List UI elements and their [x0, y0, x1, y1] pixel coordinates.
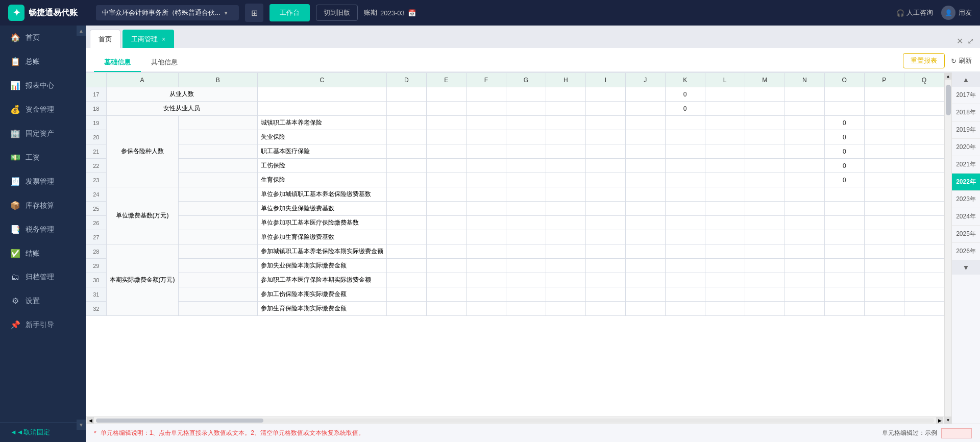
- row19-col-q[interactable]: [904, 116, 944, 130]
- scroll-up-button[interactable]: ▲: [945, 72, 951, 80]
- close-window-icon[interactable]: ✕: [957, 36, 963, 46]
- row32-col-b[interactable]: [178, 302, 257, 316]
- row31-col-n[interactable]: [785, 287, 824, 302]
- tab-business-mgmt[interactable]: 工商管理 ×: [122, 30, 174, 48]
- horizontal-scrollbar[interactable]: ◀ ▶: [86, 416, 944, 424]
- sidebar-item-invoice[interactable]: 🧾 发票管理: [0, 169, 86, 193]
- row17-col-p[interactable]: [864, 87, 904, 102]
- row32-col-p[interactable]: [864, 302, 904, 316]
- year-2023[interactable]: 2023年: [952, 191, 980, 208]
- row31-col-q[interactable]: [904, 287, 944, 302]
- row27-col-c[interactable]: 单位参加生育保险缴费基数: [257, 230, 386, 244]
- user-area[interactable]: 👤 用友: [941, 6, 972, 20]
- row18-col-c[interactable]: [257, 102, 386, 116]
- row29-col-g[interactable]: [506, 259, 546, 273]
- row23-col-l[interactable]: [705, 173, 745, 187]
- row28-col-g[interactable]: [506, 244, 546, 259]
- row20-col-k[interactable]: [665, 130, 705, 144]
- row22-col-i[interactable]: [585, 159, 625, 173]
- row32-col-l[interactable]: [705, 302, 745, 316]
- row24-col-d[interactable]: [386, 187, 426, 202]
- row21-col-j[interactable]: [625, 144, 665, 159]
- row26-col-n[interactable]: [785, 216, 824, 230]
- row19-col-n[interactable]: [785, 116, 824, 130]
- row24-col-g[interactable]: [506, 187, 546, 202]
- row22-col-b[interactable]: [178, 159, 257, 173]
- row18-col-e[interactable]: [426, 102, 466, 116]
- row25-col-d[interactable]: [386, 202, 426, 216]
- year-2022[interactable]: 2022年: [952, 174, 980, 191]
- row25-col-o[interactable]: [824, 202, 864, 216]
- row25-col-q[interactable]: [904, 202, 944, 216]
- row26-col-q[interactable]: [904, 216, 944, 230]
- row24-col-o[interactable]: [824, 187, 864, 202]
- year-2026[interactable]: 2026年: [952, 243, 980, 260]
- row28-col-l[interactable]: [705, 244, 745, 259]
- row19-col-a[interactable]: 参保各险种人数: [106, 116, 178, 187]
- row32-col-n[interactable]: [785, 302, 824, 316]
- row22-col-n[interactable]: [785, 159, 824, 173]
- row24-col-q[interactable]: [904, 187, 944, 202]
- row23-col-j[interactable]: [625, 173, 665, 187]
- row29-col-l[interactable]: [705, 259, 745, 273]
- row18-col-q[interactable]: [904, 102, 944, 116]
- row28-col-c[interactable]: 参加城镇职工基本养老保险本期实际缴费金额: [257, 244, 386, 259]
- row18-col-l[interactable]: [705, 102, 745, 116]
- row20-col-m[interactable]: [745, 130, 785, 144]
- row25-col-n[interactable]: [785, 202, 824, 216]
- row19-col-l[interactable]: [705, 116, 745, 130]
- sidebar-item-tax[interactable]: 📑 税务管理: [0, 217, 86, 241]
- row27-col-k[interactable]: [665, 230, 705, 244]
- row26-col-f[interactable]: [466, 216, 506, 230]
- copy-icon-button[interactable]: ⊞: [245, 4, 263, 22]
- row19-col-g[interactable]: [506, 116, 546, 130]
- row30-col-f[interactable]: [466, 273, 506, 287]
- row21-col-n[interactable]: [785, 144, 824, 159]
- row21-col-k[interactable]: [665, 144, 705, 159]
- row19-col-k[interactable]: [665, 116, 705, 130]
- row29-col-p[interactable]: [864, 259, 904, 273]
- row28-col-p[interactable]: [864, 244, 904, 259]
- row27-col-i[interactable]: [585, 230, 625, 244]
- row25-col-p[interactable]: [864, 202, 904, 216]
- row22-col-o[interactable]: 0: [824, 159, 864, 173]
- row17-col-a[interactable]: 从业人数: [106, 87, 257, 102]
- row23-col-c[interactable]: 生育保险: [257, 173, 386, 187]
- row31-col-i[interactable]: [585, 287, 625, 302]
- row24-col-p[interactable]: [864, 187, 904, 202]
- row30-col-l[interactable]: [705, 273, 745, 287]
- row29-col-k[interactable]: [665, 259, 705, 273]
- row24-col-l[interactable]: [705, 187, 745, 202]
- row23-col-k[interactable]: [665, 173, 705, 187]
- row20-col-j[interactable]: [625, 130, 665, 144]
- row22-col-g[interactable]: [506, 159, 546, 173]
- row17-col-q[interactable]: [904, 87, 944, 102]
- row22-col-m[interactable]: [745, 159, 785, 173]
- row20-col-p[interactable]: [864, 130, 904, 144]
- scroll-right-button[interactable]: ▶: [936, 417, 943, 424]
- year-2025[interactable]: 2025年: [952, 226, 980, 243]
- row27-col-b[interactable]: [178, 230, 257, 244]
- row20-col-i[interactable]: [585, 130, 625, 144]
- scroll-left-button[interactable]: ◀: [87, 417, 94, 424]
- row22-col-l[interactable]: [705, 159, 745, 173]
- workbench-button[interactable]: 工作台: [270, 4, 310, 21]
- row31-col-m[interactable]: [745, 287, 785, 302]
- row24-col-f[interactable]: [466, 187, 506, 202]
- row17-col-l[interactable]: [705, 87, 745, 102]
- row32-col-j[interactable]: [625, 302, 665, 316]
- row19-col-b[interactable]: [178, 116, 257, 130]
- row32-col-f[interactable]: [466, 302, 506, 316]
- sidebar-item-assets[interactable]: 🏢 固定资产: [0, 121, 86, 145]
- row26-col-l[interactable]: [705, 216, 745, 230]
- row29-col-i[interactable]: [585, 259, 625, 273]
- row21-col-f[interactable]: [466, 144, 506, 159]
- sub-tab-basic-info[interactable]: 基础信息: [94, 54, 141, 72]
- row20-col-q[interactable]: [904, 130, 944, 144]
- row24-col-b[interactable]: [178, 187, 257, 202]
- row17-col-m[interactable]: [745, 87, 785, 102]
- row27-col-f[interactable]: [466, 230, 506, 244]
- row26-col-b[interactable]: [178, 216, 257, 230]
- row26-col-o[interactable]: [824, 216, 864, 230]
- row29-col-m[interactable]: [745, 259, 785, 273]
